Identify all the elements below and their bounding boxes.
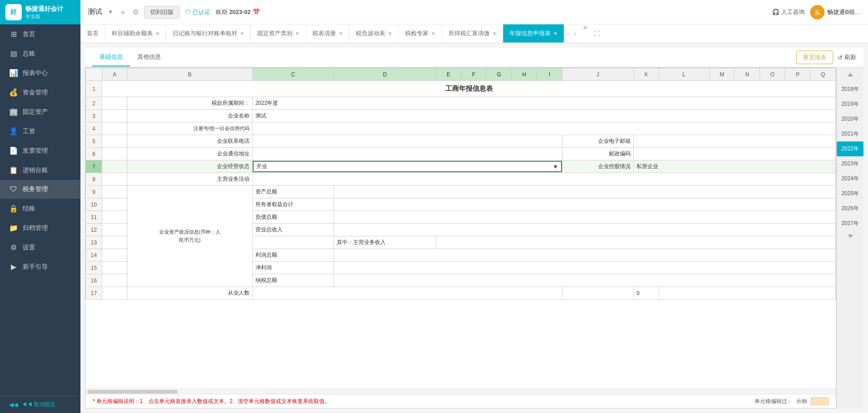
cell-15-D[interactable]	[334, 262, 836, 274]
tab-tax-list[interactable]: 税表清册 ✕	[306, 24, 349, 42]
cell-14-A[interactable]	[102, 249, 127, 262]
cell-17-A[interactable]	[102, 287, 127, 300]
col-header-P[interactable]: P	[785, 68, 811, 81]
tab-fixed-type[interactable]: 固定资产类别 ✕	[251, 24, 306, 42]
cell-17-J[interactable]	[562, 287, 633, 300]
cell-4-C[interactable]	[252, 122, 835, 135]
col-header-F[interactable]: F	[461, 68, 486, 81]
cell-7-C-dropdown[interactable]: 开业 ▼	[252, 160, 562, 173]
year-item-2022[interactable]: 2022年	[837, 141, 863, 156]
tab-aux[interactable]: 科目辅助余额表 ✕	[105, 24, 166, 42]
cell-11-D[interactable]	[334, 211, 836, 224]
sidebar-item-ledger[interactable]: ▤ 总账	[0, 44, 80, 63]
col-header-J[interactable]: J	[562, 68, 633, 81]
cell-5-C[interactable]	[252, 135, 562, 148]
cell-14-D[interactable]	[334, 249, 836, 262]
cell-8-A[interactable]	[102, 173, 127, 186]
tab-journal[interactable]: 日记账与银行对账单核对 ✕	[166, 24, 251, 42]
sidebar-item-guide[interactable]: ▶ 新手引导	[0, 257, 80, 277]
switch-old-version-button[interactable]: 切到旧版	[144, 6, 179, 19]
cell-17-K[interactable]: 0	[634, 287, 659, 300]
sub-tab-other[interactable]: 其他信息	[130, 48, 168, 66]
cell-2-C[interactable]: 2022年度	[252, 97, 835, 110]
topbar-add-button[interactable]: ＋	[119, 7, 127, 18]
cell-13-A[interactable]	[102, 236, 127, 249]
sheet-title-cell[interactable]: 工商年报信息表	[102, 81, 836, 97]
cell-7-K[interactable]: 私营企业	[634, 160, 836, 173]
sidebar-item-report[interactable]: 📊 报表中心	[0, 63, 80, 83]
topbar-gear-icon[interactable]: ⚙	[132, 8, 139, 16]
cell-10-A[interactable]	[102, 198, 127, 211]
cell-7-A[interactable]	[102, 160, 127, 173]
cell-10-D[interactable]	[334, 198, 836, 211]
year-item-2020[interactable]: 2020年	[837, 112, 863, 127]
help-button[interactable]: 🎧 人工咨询	[772, 8, 805, 16]
col-header-A[interactable]: A	[102, 68, 127, 81]
cell-6-C[interactable]	[252, 148, 562, 160]
year-item-2027[interactable]: 2027年	[837, 216, 863, 231]
user-menu-button[interactable]: 头 畅捷通B组…	[810, 5, 861, 19]
tab-tax-expert-close[interactable]: ✕	[431, 31, 435, 37]
calendar-icon[interactable]: 📅	[253, 9, 260, 15]
sub-tab-basic[interactable]: 基础信息	[92, 48, 130, 66]
cell-2-A[interactable]	[102, 97, 127, 110]
tab-income-tax[interactable]: 所得税汇算清缴 ✕	[442, 24, 503, 42]
sidebar-item-archive[interactable]: 📁 归档管理	[0, 218, 80, 238]
tab-aux-close[interactable]: ✕	[156, 31, 160, 37]
tab-journal-close[interactable]: ✕	[240, 31, 244, 37]
cell-9-D[interactable]	[334, 186, 836, 198]
sidebar-item-settings[interactable]: ⚙ 设置	[0, 238, 80, 257]
year-scroll-up-button[interactable]	[837, 69, 863, 82]
cell-6-A[interactable]	[102, 148, 127, 160]
tab-home[interactable]: 首页	[80, 24, 105, 42]
sidebar-item-fund[interactable]: 💰 资金管理	[0, 83, 80, 102]
sidebar-item-tax[interactable]: 🛡 税务管理	[0, 180, 80, 199]
col-header-M[interactable]: M	[709, 68, 735, 81]
sidebar-item-fixed[interactable]: 🏢 固定资产	[0, 102, 80, 122]
cell-3-C[interactable]: 测试	[252, 110, 835, 122]
col-header-C[interactable]: C	[252, 68, 334, 81]
cell-16-D[interactable]	[334, 274, 836, 287]
tab-fixed-type-close[interactable]: ✕	[295, 31, 299, 37]
year-item-2019[interactable]: 2019年	[837, 97, 863, 112]
col-header-O[interactable]: O	[760, 68, 785, 81]
cell-9-B[interactable]: 企业资产状况信息(币种：人民币万元)	[127, 186, 252, 287]
col-header-L[interactable]: L	[659, 68, 709, 81]
tab-scroll-right[interactable]: ›	[571, 24, 579, 42]
cell-17-L[interactable]	[659, 287, 835, 300]
cell-13-E[interactable]	[436, 236, 835, 249]
reset-report-button[interactable]: 重置报表	[796, 51, 833, 64]
tab-tax-expert[interactable]: 税检专家 ✕	[399, 24, 442, 42]
tab-close-all-button[interactable]: ✕	[579, 24, 591, 42]
dropdown-arrow-icon[interactable]: ▼	[553, 164, 558, 170]
cell-3-A[interactable]	[102, 110, 127, 122]
col-header-G[interactable]: G	[486, 68, 512, 81]
col-header-K[interactable]: K	[634, 68, 659, 81]
topbar-dropdown-arrow[interactable]: ▼	[108, 9, 113, 15]
year-item-2021[interactable]: 2021年	[837, 127, 863, 141]
cell-16-A[interactable]	[102, 274, 127, 287]
tab-scroll-left[interactable]: ‹	[564, 24, 571, 42]
cell-5-K[interactable]	[634, 135, 836, 148]
year-item-2025[interactable]: 2025年	[837, 186, 863, 201]
cell-12-A[interactable]	[102, 224, 127, 236]
col-header-D[interactable]: D	[334, 68, 436, 81]
year-item-2018[interactable]: 2018年	[837, 82, 863, 97]
cell-9-A[interactable]	[102, 186, 127, 198]
tab-income-tax-close[interactable]: ✕	[492, 31, 496, 37]
col-header-B[interactable]: B	[127, 68, 252, 81]
sidebar-item-home[interactable]: ⊞ 首页	[0, 24, 80, 44]
spreadsheet-scroll[interactable]: A B C D E F G H I J	[85, 68, 836, 389]
cell-15-A[interactable]	[102, 262, 127, 274]
dropdown-kaiye[interactable]: 开业 ▼	[253, 161, 562, 172]
sidebar-item-invoice[interactable]: 📄 发票管理	[0, 141, 80, 160]
col-header-I[interactable]: I	[537, 68, 562, 81]
tab-tax-wave-close[interactable]: ✕	[388, 31, 392, 37]
cell-11-A[interactable]	[102, 211, 127, 224]
cell-8-C[interactable]	[252, 173, 835, 186]
tab-annual-report[interactable]: 年报信息申报表 ✕	[503, 24, 564, 42]
sidebar-item-purchase[interactable]: 📋 进销台账	[0, 160, 80, 180]
year-item-2026[interactable]: 2026年	[837, 201, 863, 216]
sidebar-item-close[interactable]: 🔒 结账	[0, 199, 80, 218]
sidebar-collapse-button[interactable]: ◀◀ ◀◀ 取消固定	[0, 396, 80, 413]
